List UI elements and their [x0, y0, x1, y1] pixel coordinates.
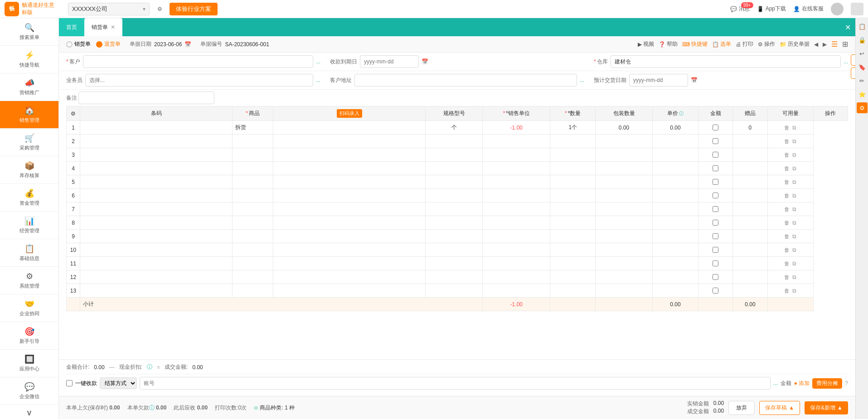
customer-dots[interactable]: ... — [316, 58, 320, 65]
tab-home[interactable]: 首页 — [59, 18, 84, 36]
setup-button[interactable]: ⚙ ⚙ 设置 — [851, 54, 855, 66]
th-settings[interactable]: ⚙ — [67, 106, 80, 121]
copy-row-icon[interactable]: ⧉ — [792, 193, 796, 199]
tab-sales-order[interactable]: 销货单 ✕ — [84, 18, 122, 36]
grid-view-icon[interactable]: ⊞ — [842, 40, 848, 48]
message-btn[interactable]: 💬 消息 99+ — [730, 5, 750, 13]
close-all-tabs-icon[interactable]: ✕ — [845, 23, 851, 32]
user-avatar[interactable] — [831, 3, 844, 15]
fee-help-icon[interactable]: ? — [845, 380, 848, 386]
row-barcode-10[interactable] — [80, 243, 233, 257]
row-spec-2[interactable] — [273, 135, 426, 148]
sidebar-item-guide[interactable]: 🎯 新手引导 — [0, 322, 58, 350]
row-barcode-8[interactable] — [80, 216, 233, 230]
copy-row-icon[interactable]: ⧉ — [792, 288, 796, 294]
list-view-icon[interactable]: ☰ — [831, 40, 838, 48]
toolbar-shortcut[interactable]: ⌨ 快捷键 — [682, 40, 708, 48]
warehouse-input[interactable] — [611, 55, 841, 68]
app-download-btn[interactable]: 📱 App下载 — [757, 5, 786, 13]
radio-return-order[interactable]: 退货单 — [96, 40, 121, 48]
th-scan[interactable]: 扫码录入 — [273, 106, 426, 121]
delete-row-icon[interactable]: 🗑 — [784, 206, 790, 212]
row-barcode-11[interactable] — [80, 257, 233, 270]
row-gift-11[interactable] — [698, 257, 732, 270]
customer-input[interactable] — [83, 55, 313, 68]
row-gift-1[interactable] — [698, 121, 732, 135]
nav-next-icon[interactable]: ▶ — [823, 41, 827, 48]
delete-row-icon[interactable]: 🗑 — [784, 288, 790, 294]
total-owe-help-icon[interactable]: ⓘ — [149, 405, 155, 411]
sidebar-item-search[interactable]: 🔍 搜索菜单 — [0, 18, 58, 46]
scan-button[interactable]: 扫码录入 — [337, 109, 362, 118]
row-barcode-12[interactable] — [80, 270, 233, 284]
row-barcode-1[interactable] — [80, 121, 233, 135]
right-panel-icon-3[interactable]: 🔖 — [857, 62, 868, 72]
copy-row-icon[interactable]: ⧉ — [792, 125, 796, 131]
row-gift-6[interactable] — [698, 189, 732, 202]
sidebar-item-sales[interactable]: 🏠 销售管理 — [0, 101, 58, 129]
row-barcode-9[interactable] — [80, 230, 233, 243]
save-draft-button[interactable]: 保存草稿 ▲ — [759, 401, 800, 415]
delete-row-icon[interactable]: 🗑 — [784, 260, 790, 267]
payment-calendar-icon[interactable]: 📅 — [422, 58, 428, 65]
toolbar-select[interactable]: 📋 选单 — [712, 40, 731, 48]
fee-split-button[interactable]: 费用分摊 — [812, 378, 842, 389]
sidebar-item-wechat[interactable]: 💬 企业微信 — [0, 377, 58, 405]
payment-method-select[interactable]: 结算方式 — [100, 377, 137, 389]
sidebar-item-basic-info[interactable]: 📋 基础信息 — [0, 239, 58, 267]
copy-row-icon[interactable]: ⧉ — [792, 274, 796, 280]
right-panel-icon-6[interactable]: ⚙ — [857, 102, 868, 113]
sidebar-item-system[interactable]: ⚙ 系统管理 — [0, 267, 58, 294]
row-spec-11[interactable] — [273, 257, 426, 270]
delete-row-icon[interactable]: 🗑 — [784, 220, 790, 226]
address-dots[interactable]: ... — [580, 77, 584, 83]
row-spec-12[interactable] — [273, 270, 426, 284]
row-barcode-7[interactable] — [80, 202, 233, 216]
copy-row-icon[interactable]: ⧉ — [792, 138, 796, 144]
row-barcode-5[interactable] — [80, 175, 233, 189]
settings-icon[interactable]: ⚙ — [153, 3, 166, 15]
sidebar-item-collab[interactable]: 🤝 企业协同 — [0, 294, 58, 322]
row-spec-4[interactable] — [273, 162, 426, 175]
toolbar-history[interactable]: 📁 历史单据 — [780, 40, 810, 48]
expected-date-input[interactable] — [629, 74, 688, 87]
delete-row-icon[interactable]: 🗑 — [784, 193, 790, 199]
row-barcode-4[interactable] — [80, 162, 233, 175]
row-spec-3[interactable] — [273, 148, 426, 162]
sidebar-item-app-center[interactable]: 🔲 应用中心 — [0, 350, 58, 377]
account-dots[interactable]: ... — [773, 380, 778, 386]
company-selector[interactable]: XXXXXX公司 ▾ — [68, 3, 150, 15]
row-spec-10[interactable] — [273, 243, 426, 257]
account-input[interactable] — [140, 377, 771, 390]
sidebar-item-inventory[interactable]: 📦 库存核算 — [0, 156, 58, 184]
delete-row-icon[interactable]: 🗑 — [784, 247, 790, 253]
calendar-icon[interactable]: 📅 — [184, 41, 191, 48]
copy-row-icon[interactable]: ⧉ — [792, 260, 796, 267]
row-spec-8[interactable] — [273, 216, 426, 230]
row-gift-5[interactable] — [698, 175, 732, 189]
delete-row-icon[interactable]: 🗑 — [784, 274, 790, 280]
row-gift-12[interactable] — [698, 270, 732, 284]
right-panel-icon-0[interactable]: 📋 — [857, 21, 868, 32]
row-gift-8[interactable] — [698, 216, 732, 230]
abandon-button[interactable]: 放弃 — [728, 401, 755, 415]
right-panel-icon-5[interactable]: ⭐ — [857, 89, 868, 100]
right-panel-icon-4[interactable]: ✏ — [857, 75, 868, 86]
copy-row-icon[interactable]: ⧉ — [792, 220, 796, 226]
copy-row-icon[interactable]: ⧉ — [792, 206, 796, 212]
right-panel-icon-2[interactable]: ↩ — [857, 48, 868, 59]
sidebar-item-finance[interactable]: 💰 资金管理 — [0, 184, 58, 212]
row-gift-3[interactable] — [698, 148, 732, 162]
row-spec-1[interactable] — [273, 121, 426, 135]
row-spec-7[interactable] — [273, 202, 426, 216]
right-panel-icon-1[interactable]: 🔒 — [857, 34, 868, 45]
sidebar-item-business[interactable]: 📊 经营管理 — [0, 212, 58, 239]
warehouse-dots[interactable]: ... — [844, 58, 848, 65]
payment-date-input[interactable] — [360, 55, 419, 68]
row-gift-9[interactable] — [698, 230, 732, 243]
row-gift-13[interactable] — [698, 284, 732, 298]
tab-close-icon[interactable]: ✕ — [111, 24, 115, 30]
delete-row-icon[interactable]: 🗑 — [784, 233, 790, 240]
salesman-input[interactable] — [85, 74, 313, 87]
salesman-dots[interactable]: ... — [316, 77, 320, 83]
